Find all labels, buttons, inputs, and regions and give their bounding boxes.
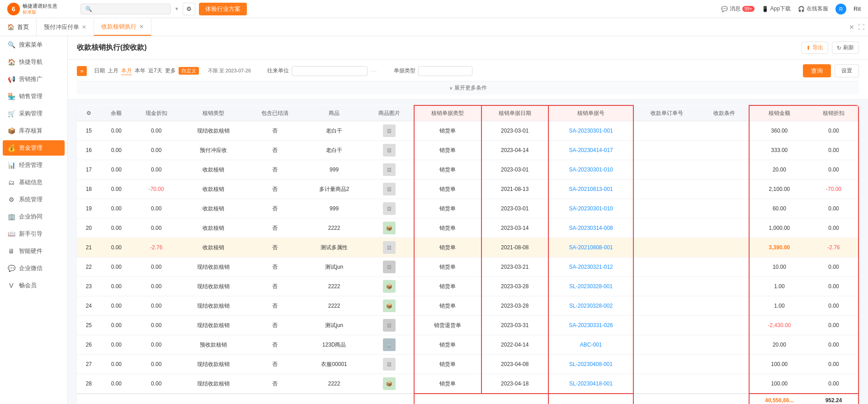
cell-balance: 0.00	[101, 238, 132, 257]
cell-balance: 0.00	[101, 180, 132, 199]
cell-writeoff-bill-no[interactable]: SL-20230328-002	[548, 296, 633, 316]
cell-writeoff-discount: -2.76	[809, 238, 859, 257]
sidebar-item-inventory[interactable]: 📦 库存核算	[0, 122, 67, 139]
sidebar-item-enterprise[interactable]: 🏢 企业协同	[0, 208, 67, 225]
inventory-icon: 📦	[7, 127, 15, 134]
top-search-box[interactable]: 🔍	[80, 4, 171, 14]
th-writeoff-discount: 核销折扣	[809, 105, 859, 121]
tab-receivable[interactable]: 收款核销执行 ✕	[94, 18, 151, 36]
cell-include-settled: 否	[246, 335, 303, 355]
filter-this-year[interactable]: 本年	[135, 67, 146, 75]
sidebar-item-hardware[interactable]: 🖥 智能硬件	[0, 242, 67, 260]
cell-writeoff-amount: 2,100.00	[749, 180, 809, 199]
cell-writeoff-bill-no[interactable]: SA-20230301-010	[548, 199, 633, 219]
filter-this-month[interactable]: 本月	[121, 67, 132, 75]
tab-prepay-close[interactable]: ✕	[82, 24, 86, 30]
writeoff-bill-no-link[interactable]: SL-20230328-001	[569, 283, 613, 290]
user-avatar[interactable]: R	[835, 4, 846, 14]
refresh-icon: ↻	[837, 45, 841, 51]
trial-btn[interactable]: 体验行业方案	[199, 3, 247, 15]
filter-custom-btn[interactable]: 自定义	[179, 67, 199, 75]
from-unit-dots: ···	[370, 68, 377, 74]
messages-btn[interactable]: 💬 消息 99+	[721, 5, 755, 13]
online-service-btn[interactable]: 🎧 在线客服	[798, 5, 828, 13]
sidebar-item-sales[interactable]: 🏪 销售管理	[0, 88, 67, 105]
cell-writeoff-bill-no[interactable]: SA-20230301-010	[548, 160, 633, 180]
app-name: 畅捷通谱好生意 标准版	[23, 3, 57, 15]
app-download-btn[interactable]: 📱 App下载	[762, 5, 791, 13]
writeoff-bill-no-link[interactable]: ABC-001	[580, 342, 602, 348]
writeoff-bill-no-link[interactable]: SA-20230301-010	[569, 166, 613, 173]
hardware-icon: 🖥	[7, 247, 15, 255]
cell-writeoff-bill-no[interactable]: SA-20230321-012	[548, 257, 633, 277]
writeoff-bill-no-link[interactable]: SA-20230301-010	[569, 205, 613, 212]
cell-writeoff-amount: 100.00	[749, 374, 809, 394]
settings-gear-icon[interactable]: ⚙	[183, 3, 195, 15]
cell-writeoff-bill-no[interactable]: SL-20230408-001	[548, 355, 633, 374]
dropdown-icon[interactable]: ▼	[175, 6, 179, 11]
window-maximize-icon[interactable]: ⛶	[858, 24, 864, 31]
table-row: 17 0.00 0.00 收款核销 否 999 🖼 销货单 2023-03-01…	[77, 160, 859, 180]
tab-receivable-close[interactable]: ✕	[139, 24, 144, 30]
writeoff-bill-no-link[interactable]: SL-20230408-001	[569, 361, 613, 367]
top-bar: 6 畅捷通谱好生意 标准版 🔍 ▼ ⚙ 体验行业方案 💬 消息 99+ 📱 Ap…	[0, 0, 868, 18]
cell-balance: 0.00	[101, 355, 132, 374]
cell-receipt-order-no	[633, 141, 700, 160]
sidebar-item-wechat[interactable]: 💬 企业微信	[0, 260, 67, 277]
cell-writeoff-bill-no[interactable]: SA-20210808-001	[548, 238, 633, 257]
cell-writeoff-bill-no[interactable]: ABC-001	[548, 335, 633, 355]
filter-last-month[interactable]: 上月	[108, 67, 118, 75]
sidebar-item-search[interactable]: 🔍 搜索菜单	[0, 36, 67, 53]
filter-settings-btn[interactable]: 设置	[835, 64, 859, 77]
sidebar-item-guide[interactable]: 📖 新手引导	[0, 225, 67, 242]
sidebar-item-operations[interactable]: 📊 经营管理	[0, 157, 67, 174]
expand-more-btn[interactable]: ∨ 展开更多条件	[77, 81, 859, 95]
writeoff-bill-no-link[interactable]: SA-20210813-001	[569, 186, 613, 192]
bill-type-select[interactable]	[418, 66, 472, 76]
table-row: 23 0.00 0.00 现结收款核销 否 2222 📦 销货单 2023-03…	[77, 277, 859, 296]
writeoff-bill-no-link[interactable]: SA-20210808-001	[569, 244, 613, 251]
sidebar-item-system[interactable]: ⚙ 系统管理	[0, 191, 67, 208]
cell-writeoff-bill-no[interactable]: SA-20230414-017	[548, 141, 633, 160]
refresh-btn[interactable]: ↻ 刷新	[832, 42, 859, 54]
from-unit-input[interactable]	[292, 66, 368, 76]
filter-collapse-btn[interactable]: »	[77, 66, 87, 76]
cell-writeoff-bill-no[interactable]: SA-20230331-026	[548, 316, 633, 335]
cell-writeoff-bill-no[interactable]: SA-20230314-008	[548, 219, 633, 238]
sidebar-item-finance[interactable]: 💰 资金管理	[3, 140, 65, 156]
sidebar-item-marketing[interactable]: 📢 营销推广	[0, 71, 67, 88]
cell-writeoff-bill-type: 销货单	[414, 180, 481, 199]
query-btn[interactable]: 查询	[803, 64, 831, 77]
cell-writeoff-discount: 0.00	[809, 335, 859, 355]
filter-last7days[interactable]: 近7天	[148, 67, 162, 75]
tab-home[interactable]: 🏠 首页	[0, 18, 37, 36]
writeoff-bill-no-link[interactable]: SA-20230414-017	[569, 147, 613, 153]
sidebar-item-purchase[interactable]: 🛒 采购管理	[0, 105, 67, 122]
sidebar-item-member[interactable]: V 畅会员	[0, 277, 67, 294]
table-row: 27 0.00 0.00 现结收款核销 否 衣服00001 🖼 销货单 2023…	[77, 355, 859, 374]
filter-more[interactable]: 更多	[165, 67, 176, 75]
cell-cash-discount: 0.00	[132, 277, 180, 296]
cell-writeoff-bill-no[interactable]: SL-20230328-001	[548, 277, 633, 296]
writeoff-bill-no-link[interactable]: SL-20230418-001	[569, 380, 613, 387]
tab-prepay[interactable]: 预付冲应付单 ✕	[37, 18, 94, 36]
writeoff-bill-no-link[interactable]: SL-20230328-002	[569, 303, 613, 309]
product-image-thumb: 📦	[383, 377, 396, 390]
th-writeoff-amount: 核销金额	[749, 105, 809, 121]
window-minimize-icon[interactable]: ✕	[849, 24, 854, 31]
cell-writeoff-bill-no[interactable]: SA-20210813-001	[548, 180, 633, 199]
cell-writeoff-bill-no[interactable]: SA-20230301-001	[548, 121, 633, 141]
sidebar-item-quick[interactable]: 🏠 快捷导航	[0, 53, 67, 71]
writeoff-bill-no-link[interactable]: SA-20230331-026	[569, 322, 613, 328]
cell-writeoff-discount: 0.00	[809, 141, 859, 160]
writeoff-bill-no-link[interactable]: SA-20230301-001	[569, 128, 613, 134]
table-row: 15 0.00 0.00 现结收款核销 否 老白干 🖼 销货单 2023-03-…	[77, 121, 859, 141]
page-title: 收款核销执行(按收款)	[77, 43, 147, 58]
cell-writeoff-bill-no[interactable]: SL-20230418-001	[548, 374, 633, 394]
sidebar-item-basic[interactable]: 🗂 基础信息	[0, 174, 67, 191]
writeoff-bill-no-link[interactable]: SA-20230314-008	[569, 225, 613, 231]
writeoff-bill-no-link[interactable]: SA-20230321-012	[569, 264, 613, 270]
th-gear[interactable]: ⚙	[77, 105, 101, 121]
export-btn[interactable]: ⬆ 导出	[801, 42, 828, 54]
cell-seq: 27	[77, 355, 101, 374]
